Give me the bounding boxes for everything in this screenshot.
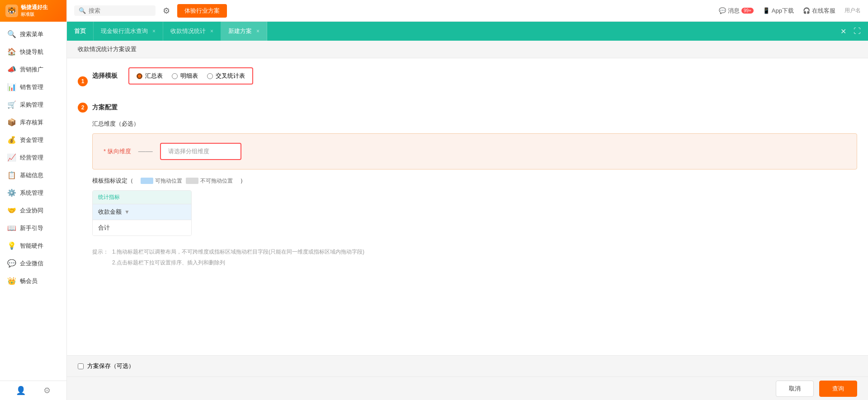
radio-cross-input[interactable] — [207, 73, 213, 79]
topbar: 🔍 ⚙ 体验行业方案 💬 消息 99+ 📱 App下载 🎧 在线客服 用户名 — [67, 0, 868, 22]
sidebar-icon-13: 💬 — [7, 259, 16, 268]
step1-title: 选择模板 — [92, 72, 118, 80]
sidebar-label-10: 企业协同 — [20, 207, 43, 215]
sidebar-icon-11: 📖 — [7, 224, 16, 232]
page-title: 收款情况统计方案设置 — [67, 41, 868, 58]
step2-num: 2 — [78, 103, 88, 113]
radio-summary[interactable]: 汇总表 — [137, 72, 163, 80]
user-name: 用户名 — [844, 7, 861, 14]
indicator-cell-amount[interactable]: 收款金额 ▼ — [93, 204, 191, 220]
nodrag-color-box — [186, 178, 198, 184]
radio-detail-label: 明细表 — [180, 72, 198, 80]
sidebar-item-10[interactable]: 🤝 企业协同 — [0, 202, 66, 219]
logo-text: 畅捷通好生 — [21, 4, 48, 11]
message-icon: 💬 — [719, 7, 726, 14]
sidebar-item-12[interactable]: 💡 智能硬件 — [0, 237, 66, 254]
dropdown-icon[interactable]: ▼ — [124, 209, 130, 215]
sidebar-icon-5: 📦 — [7, 118, 16, 127]
sidebar-item-3[interactable]: 📊 销售管理 — [0, 78, 66, 96]
user-icon[interactable]: 👤 — [16, 386, 26, 395]
dim-select[interactable]: 请选择分组维度 — [160, 143, 241, 160]
tabbar-actions: ✕ ⛶ — [833, 25, 868, 38]
sidebar-label-5: 库存核算 — [20, 118, 43, 127]
sidebar-item-4[interactable]: 🛒 采购管理 — [0, 96, 66, 113]
tab-label-bank: 现金银行流水查询 — [101, 27, 148, 35]
sidebar-item-0[interactable]: 🔍 搜索菜单 — [0, 25, 66, 43]
template-options-box: 汇总表 明细表 交叉统计表 — [128, 67, 253, 85]
dim-arrow: —— — [138, 147, 153, 155]
drag-color-box — [141, 178, 153, 184]
step2-title: 方案配置 — [92, 104, 118, 112]
radio-cross[interactable]: 交叉统计表 — [207, 72, 245, 80]
radio-summary-input[interactable] — [137, 73, 142, 79]
settings-bottom-icon[interactable]: ⚙ — [43, 386, 51, 395]
topbar-right: 💬 消息 99+ 📱 App下载 🎧 在线客服 用户名 — [719, 7, 861, 15]
tab-label-new-plan: 新建方案 — [228, 27, 252, 35]
logo-icon: 🐯 — [5, 5, 18, 17]
download-item[interactable]: 📱 App下载 — [763, 7, 794, 15]
tab-collect[interactable]: 收款情况统计× — [163, 22, 221, 41]
confirm-button[interactable]: 查询 — [819, 381, 857, 397]
sidebar-label-9: 系统管理 — [20, 189, 43, 197]
sidebar-item-1[interactable]: 🏠 快捷导航 — [0, 43, 66, 61]
sidebar: 🐯 畅捷通好生 标准版 🔍 搜索菜单 🏠 快捷导航 📣 营销推广 📊 销售管理 … — [0, 0, 67, 400]
tip-text-2: 2.点击标题栏下拉可设置排序、插入列和删除列 — [112, 257, 225, 268]
save-option-label: 方案保存（可选） — [87, 362, 134, 370]
sidebar-item-14[interactable]: 👑 畅会员 — [0, 272, 66, 290]
tip-line-1: 提示： 1.拖动标题栏可以调整布局，不可跨维度或指标区域拖动栏目字段(只能在同一… — [92, 246, 857, 257]
sidebar-icon-6: 💰 — [7, 136, 16, 144]
search-input[interactable] — [89, 7, 143, 14]
notification-item[interactable]: 💬 消息 99+ — [719, 7, 754, 15]
tip-prefix: 提示： — [92, 246, 108, 257]
sidebar-label-4: 采购管理 — [20, 101, 43, 109]
tip-line-2: 提示： 2.点击标题栏下拉可设置排序、插入列和删除列 — [92, 257, 857, 268]
sidebar-icon-7: 📈 — [7, 153, 16, 162]
tab-close-bank[interactable]: × — [152, 28, 156, 34]
tab-close-collect[interactable]: × — [210, 28, 213, 34]
tab-bank[interactable]: 现金银行流水查询× — [94, 22, 163, 41]
search-bar[interactable]: 🔍 — [74, 5, 156, 16]
radio-detail[interactable]: 明细表 — [172, 72, 198, 80]
cell-amount-text: 收款金额 — [98, 208, 122, 216]
tips-section: 提示： 1.拖动标题栏可以调整布局，不可跨维度或指标区域拖动栏目字段(只能在同一… — [92, 246, 857, 268]
radio-detail-input[interactable] — [172, 73, 178, 79]
legend-draggable: 可拖动位置 — [141, 177, 182, 185]
sidebar-icon-8: 📋 — [7, 171, 16, 179]
support-item[interactable]: 🎧 在线客服 — [803, 7, 835, 15]
indicator-cell-total[interactable]: 合计 — [93, 220, 191, 235]
sidebar-item-6[interactable]: 💰 资金管理 — [0, 131, 66, 149]
maximize-icon[interactable]: ⛶ — [852, 25, 863, 37]
tab-new-plan[interactable]: 新建方案× — [221, 22, 267, 41]
download-icon: 📱 — [763, 7, 770, 14]
sidebar-item-2[interactable]: 📣 营销推广 — [0, 61, 66, 78]
step2-section: 2 方案配置 汇总维度（必选） * 纵向维度 —— 请选择分组维度 模板指标设定… — [78, 103, 857, 268]
sidebar-item-13[interactable]: 💬 企业微信 — [0, 254, 66, 272]
vertical-dim-label: * 纵向维度 — [104, 147, 131, 155]
trial-button[interactable]: 体验行业方案 — [177, 4, 227, 18]
app-logo: 🐯 畅捷通好生 标准版 — [0, 0, 66, 22]
sidebar-label-0: 搜索菜单 — [20, 30, 43, 38]
sidebar-bottom: 👤 ⚙ — [0, 381, 66, 400]
indicator-label-close: ） — [240, 177, 246, 185]
sidebar-label-12: 智能硬件 — [20, 242, 43, 250]
sidebar-item-8[interactable]: 📋 基础信息 — [0, 166, 66, 184]
sidebar-icon-1: 🏠 — [7, 47, 16, 56]
sidebar-item-5[interactable]: 📦 库存核算 — [0, 113, 66, 131]
tip-text-1: 1.拖动标题栏可以调整布局，不可跨维度或指标区域拖动栏目字段(只能在同一维度或指… — [112, 246, 364, 257]
tab-close-new-plan[interactable]: × — [256, 28, 259, 34]
cancel-button[interactable]: 取消 — [776, 381, 814, 397]
gear-icon[interactable]: ⚙ — [163, 6, 170, 16]
tab-label-home: 首页 — [74, 27, 86, 35]
sidebar-label-7: 经营管理 — [20, 154, 43, 162]
template-selection: 选择模板 汇总表 明细表 交叉统计表 — [92, 67, 253, 85]
step1-header: 1 选择模板 汇总表 明细表 交叉统 — [78, 67, 857, 95]
tabbar: 首页现金银行流水查询×收款情况统计×新建方案× ✕ ⛶ — [67, 22, 868, 41]
sidebar-icon-12: 💡 — [7, 241, 16, 250]
sidebar-item-7[interactable]: 📈 经营管理 — [0, 149, 66, 166]
tab-home[interactable]: 首页 — [67, 22, 94, 41]
sidebar-icon-2: 📣 — [7, 65, 16, 74]
close-window-icon[interactable]: ✕ — [839, 25, 848, 38]
sidebar-item-11[interactable]: 📖 新手引导 — [0, 219, 66, 237]
save-checkbox[interactable] — [78, 363, 84, 369]
sidebar-item-9[interactable]: ⚙️ 系统管理 — [0, 184, 66, 202]
